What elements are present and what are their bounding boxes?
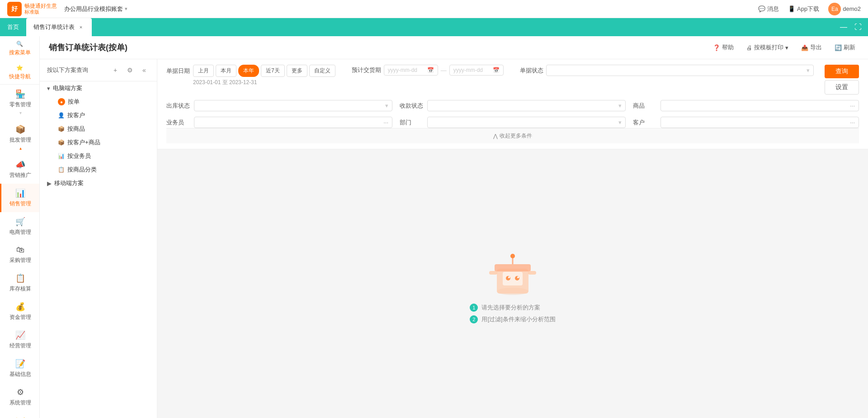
expected-date-end-input[interactable]: yyyy-mm-dd 📅: [449, 65, 504, 76]
tree-item-by-product[interactable]: 📦 按商品: [45, 122, 157, 136]
content-area: 销售订单统计表(按单) ❓ 帮助 🖨 按模板打印 ▾ 📤 导出 🔄 刷新: [40, 36, 868, 418]
tab-home[interactable]: 首页: [0, 18, 26, 36]
avatar: Ea: [828, 3, 841, 15]
user-menu[interactable]: Ea demo2: [828, 3, 861, 15]
message-button[interactable]: 💬 消息: [758, 5, 779, 13]
customer-label: 客户: [633, 119, 658, 127]
date-btn-7days[interactable]: 近7天: [261, 65, 285, 77]
app-download-button[interactable]: 📱 App下载: [788, 5, 819, 13]
tree-mobile-expand-icon: ▶: [47, 180, 52, 187]
left-panel-header: 按以下方案查询 + ⚙ «: [40, 59, 157, 81]
department-select[interactable]: ▾: [427, 117, 626, 128]
tab-minimize-button[interactable]: —: [837, 21, 850, 33]
refresh-button[interactable]: 🔄 刷新: [831, 42, 859, 53]
svg-point-7: [517, 276, 519, 278]
calendar-end-icon: 📅: [493, 67, 500, 73]
collapse-panel-button[interactable]: «: [139, 65, 150, 76]
empty-state: 1 请先选择要分析的方案 2 用[过滤]条件来缩小分析范围: [157, 149, 868, 418]
tab-bar-actions: — ⛶: [837, 21, 868, 33]
settings-button[interactable]: 设置: [825, 80, 859, 95]
goods-select[interactable]: ···: [660, 100, 859, 111]
sidebar-nav-label[interactable]: ⭐ 快捷导航: [0, 61, 39, 85]
system-icon: ⚙: [17, 387, 24, 397]
export-button[interactable]: 📤 导出: [797, 42, 826, 53]
by-product-icon: 📦: [58, 126, 65, 132]
inventory-icon: 📋: [15, 273, 25, 283]
expected-date-start-input[interactable]: yyyy-mm-dd 📅: [384, 65, 438, 76]
scheme-settings-button[interactable]: ⚙: [124, 65, 135, 76]
download-icon: 📱: [788, 5, 795, 12]
salesperson-label: 业务员: [166, 119, 191, 127]
operations-icon: 📈: [15, 330, 25, 340]
filter-row-3: 业务员 ··· 部门 ▾: [166, 117, 859, 128]
collapse-more-conditions[interactable]: ⋀ 收起更多条件: [166, 128, 859, 143]
filter-row-2: 出库状态 ▾ 收款状态 ▾: [166, 100, 859, 111]
by-salesperson-icon: 📊: [58, 153, 65, 159]
collapse-chevron-icon: ⋀: [493, 133, 498, 139]
sidebar-item-system[interactable]: ⚙ 系统管理: [0, 383, 39, 411]
tree-item-by-salesperson[interactable]: 📊 按业务员: [45, 149, 157, 163]
date-range-display: 2023-01-01 至 2023-12-31: [166, 79, 335, 86]
payment-status-label: 收款状态: [400, 102, 425, 110]
date-btn-custom[interactable]: 自定义: [309, 65, 335, 77]
sidebar-item-finance[interactable]: 💰 资金管理: [0, 297, 39, 326]
sidebar-item-inventory[interactable]: 📋 库存核算: [0, 269, 39, 297]
left-panel: 按以下方案查询 + ⚙ « ▾ 电脑端方案 ● 按单: [40, 59, 157, 418]
delivery-status-label: 出库状态: [166, 102, 191, 110]
logo-text: 畅捷通好生意 标准版: [24, 3, 57, 15]
empty-step-1: 1 请先选择要分析的方案: [470, 304, 555, 312]
top-bar: 好 畅捷通好生意 标准版 办公用品行业模拟账套 ▾ 💬 消息 📱 App下载 E…: [0, 0, 868, 18]
print-chevron-icon: ▾: [785, 44, 788, 51]
status-chevron-icon: ▾: [807, 67, 810, 74]
goods-group: 商品 ···: [633, 100, 859, 111]
customer-more-icon[interactable]: ···: [850, 119, 855, 126]
add-scheme-button[interactable]: +: [110, 65, 121, 76]
tab-bar: 首页 销售订单统计表 × — ⛶: [0, 18, 868, 36]
salesperson-more-icon[interactable]: ···: [383, 119, 388, 126]
by-customer-product-icon: 📦: [58, 139, 65, 146]
sidebar-item-operations[interactable]: 📈 经营管理: [0, 326, 39, 354]
customer-select[interactable]: ···: [660, 117, 859, 128]
tab-sales-order-stats[interactable]: 销售订单统计表 ×: [26, 18, 92, 36]
tree-section-mobile[interactable]: ▶ 移动端方案: [40, 176, 157, 190]
goods-label: 商品: [633, 102, 658, 110]
date-btn-more[interactable]: 更多: [287, 65, 307, 77]
tree-item-by-order[interactable]: ● 按单: [45, 95, 157, 109]
step-2-num: 2: [470, 315, 478, 323]
date-btn-this-year[interactable]: 本年: [238, 65, 259, 77]
query-button[interactable]: 查询: [825, 65, 859, 78]
sidebar-item-wholesale[interactable]: 📦 批发管理 ▴: [0, 120, 39, 155]
sidebar-item-basic[interactable]: 📝 基础信息: [0, 354, 39, 383]
payment-status-select[interactable]: ▾: [427, 100, 626, 111]
enterprise-icon: 🤝: [15, 416, 25, 418]
app-selector[interactable]: 办公用品行业模拟账套 ▾: [61, 3, 131, 15]
sidebar-item-ecommerce[interactable]: 🛒 电商管理: [0, 212, 39, 241]
date-filter-group: 单据日期 上月 本月 本年 近7天 更多 自定义 2023: [166, 65, 335, 86]
sidebar-item-enterprise[interactable]: 🤝 企业协同: [0, 411, 39, 418]
sales-icon: 📊: [15, 188, 25, 198]
date-btn-this-month[interactable]: 本月: [216, 65, 236, 77]
sidebar-item-purchase[interactable]: 🛍 采购管理: [0, 241, 39, 269]
salesperson-group: 业务员 ···: [166, 117, 392, 128]
tree-item-by-customer-product[interactable]: 📦 按客户+商品: [45, 136, 157, 149]
sidebar-search[interactable]: 🔍 搜索菜单: [0, 36, 39, 61]
tree-item-by-customer[interactable]: 👤 按客户: [45, 109, 157, 122]
template-print-button[interactable]: 🖨 按模板打印 ▾: [743, 42, 792, 53]
tree-item-by-category[interactable]: 📋 按商品分类: [45, 163, 157, 176]
tree-section-pc[interactable]: ▾ 电脑端方案: [40, 81, 157, 95]
tab-maximize-button[interactable]: ⛶: [852, 21, 864, 33]
wholesale-expand-icon: ▴: [19, 146, 22, 151]
svg-rect-10: [489, 271, 497, 275]
date-btn-last-month[interactable]: 上月: [193, 65, 214, 77]
sidebar-item-retail[interactable]: 🏪 零售管理 ▾: [0, 85, 39, 120]
sidebar-item-sales[interactable]: 📊 销售管理: [0, 184, 39, 212]
help-button[interactable]: ❓ 帮助: [709, 42, 737, 53]
tab-close-icon[interactable]: ×: [77, 24, 85, 31]
goods-more-icon[interactable]: ···: [850, 102, 855, 109]
delivery-status-select[interactable]: ▾: [194, 100, 392, 111]
sidebar-item-marketing[interactable]: 📣 营销推广: [0, 155, 39, 184]
filter-section: 单据日期 上月 本月 本年 近7天 更多 自定义 2023: [157, 59, 868, 149]
status-select[interactable]: ▾: [546, 65, 814, 76]
salesperson-select[interactable]: ···: [194, 117, 392, 128]
action-buttons: 查询 设置: [825, 65, 859, 95]
